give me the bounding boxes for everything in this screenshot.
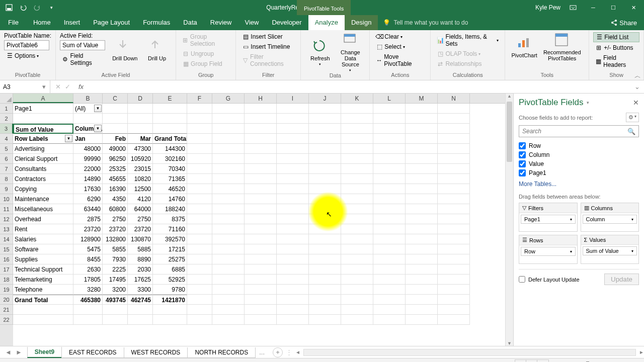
cell[interactable] [438,295,470,305]
cell[interactable] [406,164,438,174]
cell[interactable] [341,264,373,275]
cell[interactable]: 302160 [153,154,187,164]
cell[interactable] [245,104,277,114]
cell[interactable] [406,114,438,124]
cell[interactable]: Contractors [13,174,73,184]
cell[interactable]: Jan [73,134,103,144]
cell[interactable] [406,244,438,254]
cell[interactable] [406,104,438,114]
cell[interactable] [438,114,470,124]
cell[interactable] [341,204,373,214]
cell[interactable] [277,204,309,214]
cell[interactable] [309,285,341,295]
filter-dropdown-icon[interactable]: ▼ [65,135,72,142]
cell[interactable]: 71160 [153,224,187,234]
field-settings-button[interactable]: ⚙Field Settings [60,51,107,67]
cell[interactable]: 5475 [73,244,103,254]
field-search-box[interactable]: 🔍 [519,125,639,137]
cell[interactable]: 188240 [153,204,187,214]
cell[interactable] [153,104,187,114]
cell[interactable] [373,144,406,154]
cell[interactable] [373,184,406,194]
cell[interactable] [128,315,153,325]
tab-view[interactable]: View [238,15,265,30]
cell[interactable] [245,244,277,254]
cell[interactable] [103,305,128,315]
cell[interactable]: 6885 [153,264,187,275]
area-item-rows[interactable]: Row▾ [521,247,576,256]
tab-analyze[interactable]: Analyze [308,15,345,30]
maximize-icon[interactable]: ☐ [606,2,621,14]
cell[interactable] [277,174,309,184]
area-item-values[interactable]: Sum of Value▾ [583,246,637,255]
tab-insert[interactable]: Insert [57,15,87,30]
cell[interactable]: 23720 [103,224,128,234]
row-header[interactable]: 8 [0,174,13,184]
cell[interactable] [438,305,470,315]
cell[interactable] [277,144,309,154]
cell[interactable] [341,285,373,295]
cell[interactable] [128,114,153,124]
field-label[interactable]: Page1 [529,169,546,176]
close-pane-icon[interactable]: ✕ [633,99,639,107]
cell[interactable] [309,295,341,305]
cell[interactable]: 2750 [103,214,128,224]
column-header[interactable]: I [277,94,309,103]
cell[interactable] [309,124,341,134]
row-header[interactable]: 20 [0,295,13,305]
row-header[interactable]: 15 [0,244,13,254]
cell[interactable] [438,204,470,214]
cell[interactable] [438,164,470,174]
cell[interactable]: Page1 [13,104,73,114]
hscroll-left-icon[interactable]: ◄ [295,349,300,355]
cell[interactable] [277,244,309,254]
cell[interactable]: Row Labels▼ [13,134,73,144]
cell[interactable] [277,124,309,134]
cell[interactable] [212,154,245,164]
cell[interactable] [212,224,245,234]
values-area[interactable]: ΣValues Sum of Value▾ [581,235,639,264]
field-checkbox[interactable] [519,151,526,158]
cell[interactable] [212,104,245,114]
cell[interactable] [212,315,245,325]
cell[interactable]: 22000 [73,164,103,174]
cell[interactable]: 3300 [128,285,153,295]
cell[interactable] [309,244,341,254]
cell[interactable]: 52925 [153,275,187,285]
cell[interactable] [341,104,373,114]
filters-area[interactable]: ▽Filters Page1▾ [519,203,578,232]
cell[interactable] [103,315,128,325]
cell[interactable]: (All)▼ [73,104,103,114]
cell[interactable] [212,184,245,194]
tab-page-layout[interactable]: Page Layout [87,15,136,30]
cell[interactable] [373,315,406,325]
cell[interactable] [438,285,470,295]
cell[interactable]: Mar [128,134,153,144]
cell[interactable] [277,305,309,315]
cell[interactable] [438,264,470,275]
cell[interactable] [341,214,373,224]
cell[interactable] [341,315,373,325]
cell[interactable] [212,114,245,124]
field-checkbox[interactable] [519,169,526,176]
cell[interactable]: 5855 [103,244,128,254]
cell[interactable] [309,254,341,264]
cell[interactable] [245,315,277,325]
cell[interactable]: Grand Total [153,134,187,144]
name-box-dropdown-icon[interactable]: ▾ [40,83,48,90]
change-data-source-button[interactable]: Change Data Source▾ [335,32,365,72]
row-header[interactable]: 18 [0,275,13,285]
cell[interactable] [212,275,245,285]
pane-layout-button[interactable]: ⚙▾ [626,113,639,122]
cell[interactable]: 14890 [73,174,103,184]
cell[interactable] [187,124,212,134]
cell[interactable]: 14760 [153,194,187,204]
column-header[interactable]: D [128,94,153,103]
cell[interactable]: 392570 [153,234,187,244]
cell[interactable]: Feb [103,134,128,144]
field-checkbox[interactable] [519,142,526,149]
page-layout-view-button[interactable]: ▤ [526,360,537,363]
area-item-filters[interactable]: Page1▾ [521,215,576,224]
cell[interactable] [187,305,212,315]
cell[interactable]: 2630 [73,264,103,275]
